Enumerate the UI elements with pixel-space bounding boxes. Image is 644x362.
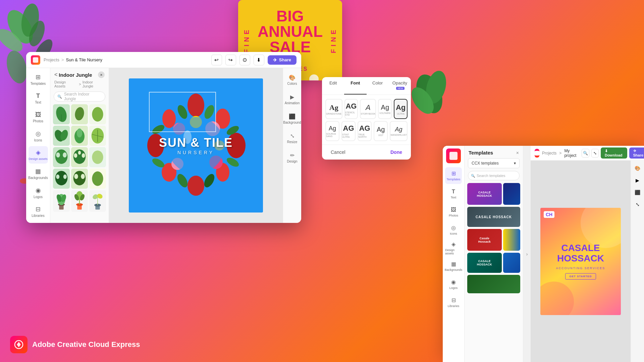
accessibility-button[interactable]: ⊙ bbox=[239, 55, 250, 65]
asset-item[interactable] bbox=[89, 104, 106, 124]
bottom-branding: Adobe Creative Cloud Express bbox=[10, 336, 140, 353]
asset-item[interactable] bbox=[89, 190, 106, 212]
sidebar-item-design-assets[interactable]: ◈ Design assets bbox=[29, 146, 48, 164]
asset-item[interactable] bbox=[89, 126, 106, 146]
font-vist[interactable]: Ag VIST bbox=[374, 121, 388, 141]
resize-tool[interactable]: ⤡ Resize bbox=[282, 129, 301, 147]
sidebar-item-photos[interactable]: 🖼 Photos bbox=[29, 109, 48, 126]
font-grindstone[interactable]: Ag GRINDSTONE bbox=[325, 99, 342, 119]
canvas-area[interactable]: SUN & TILE NURSERY bbox=[109, 68, 283, 223]
done-button[interactable]: Done bbox=[386, 147, 406, 157]
asset-item[interactable] bbox=[53, 169, 70, 189]
redo-button[interactable]: ↪ bbox=[225, 55, 236, 65]
preview-animation-btn[interactable]: ▶ bbox=[633, 175, 643, 185]
asset-item[interactable] bbox=[71, 126, 88, 146]
preview-download-btn[interactable]: ⬇ Download bbox=[601, 147, 627, 159]
preview-search-btn[interactable]: 🔍 bbox=[582, 149, 589, 158]
sidebar-item-libraries[interactable]: ⊟ Libraries bbox=[29, 203, 48, 220]
preview-share-btn[interactable]: ✈ Share bbox=[629, 147, 644, 159]
templates-sidebar-photos[interactable]: 🖼 Photos bbox=[445, 203, 462, 220]
svg-point-37 bbox=[63, 175, 67, 179]
font-stint-ultra[interactable]: AG STINT ULTRA bbox=[341, 121, 356, 141]
font-stencil[interactable]: AG STENCIL STD bbox=[344, 99, 358, 119]
preview-canvas-area[interactable]: CH CASALE HOSSACK ACCOUNTING SERVICES GE… bbox=[531, 161, 631, 362]
templates-close-button[interactable]: × bbox=[516, 150, 519, 156]
templates-left-sidebar: ⊞ Templates T Text 🖼 Photos ◎ Icons ◈ De… bbox=[443, 146, 465, 362]
sidebar-item-text[interactable]: T Text bbox=[29, 89, 48, 107]
templates-sidebar-logos[interactable]: ◉ Logos bbox=[445, 276, 462, 293]
asset-item[interactable] bbox=[71, 169, 88, 189]
logos-icon: ◉ bbox=[36, 187, 41, 194]
asset-item[interactable] bbox=[71, 190, 88, 212]
preview-zoom-btn[interactable]: ⤡ bbox=[591, 149, 599, 158]
template-thumb-7[interactable] bbox=[467, 275, 520, 293]
sidebar-item-backgrounds[interactable]: ▦ Backgrounds bbox=[29, 165, 48, 182]
preview-colors-btn[interactable]: 🎨 bbox=[633, 163, 643, 173]
templates-arrow-icon: › bbox=[526, 251, 528, 257]
tab-color[interactable]: Color bbox=[367, 77, 389, 95]
template-thumb-1[interactable]: CASALEHOSSACK bbox=[467, 183, 502, 205]
asset-item[interactable] bbox=[53, 190, 70, 212]
font-ultra[interactable]: Ag ULTRA bbox=[394, 99, 408, 119]
sale-side-right: FINE bbox=[330, 27, 337, 53]
templates-sidebar-templates[interactable]: ⊞ Templates bbox=[445, 167, 462, 184]
template-thumb-2[interactable] bbox=[503, 183, 520, 205]
sidebar-item-logos[interactable]: ◉ Logos bbox=[29, 184, 48, 201]
templates-dropdown[interactable]: CCX templates ▾ bbox=[468, 158, 520, 168]
templates-search[interactable]: 🔍 Search templates bbox=[468, 171, 520, 180]
panel-close-button[interactable]: × bbox=[98, 71, 105, 78]
asset-item[interactable] bbox=[53, 104, 70, 124]
undo-button[interactable]: ↩ bbox=[211, 55, 222, 65]
share-button[interactable]: ✈ Share bbox=[268, 55, 297, 65]
template-thumb-6b[interactable] bbox=[503, 253, 520, 273]
svg-point-32 bbox=[82, 153, 85, 158]
asset-item[interactable] bbox=[89, 169, 106, 189]
template-thumb-4[interactable]: CasaleHossack bbox=[467, 229, 502, 251]
asset-item[interactable] bbox=[53, 126, 70, 146]
templates-sidebar-design-assets[interactable]: ◈ Design assets bbox=[445, 240, 462, 256]
template-thumb-5[interactable] bbox=[503, 229, 520, 251]
templates-sidebar-libraries[interactable]: ⊟ Libraries bbox=[445, 294, 462, 311]
design-tool[interactable]: ✏ Design bbox=[282, 148, 301, 167]
svg-point-39 bbox=[74, 174, 78, 179]
templates-sidebar-text[interactable]: T Text bbox=[445, 185, 462, 202]
template-thumb-3[interactable]: CASALE HOSSACK bbox=[467, 207, 520, 227]
breadcrumb-projects[interactable]: Projects bbox=[44, 57, 59, 62]
sidebar-item-templates[interactable]: ⊞ Templates bbox=[29, 71, 48, 88]
tab-edit[interactable]: Edit bbox=[322, 77, 344, 95]
font-voltaire[interactable]: Ag VOLTAIRE bbox=[378, 99, 392, 119]
templates-sidebar-icons[interactable]: ◎ Icons bbox=[445, 222, 462, 238]
svg-point-33 bbox=[78, 151, 81, 155]
templates-text-icon: T bbox=[452, 189, 455, 195]
font-true-north[interactable]: AG TRUE NORTH bbox=[358, 121, 372, 141]
font-wanderlust[interactable]: Ag WANDERLUST bbox=[390, 121, 408, 141]
sale-big-text: BIG ANNUAL SALE bbox=[258, 8, 323, 55]
sidebar-item-icons[interactable]: ◎ Icons bbox=[29, 127, 48, 145]
template-thumb-6[interactable]: CASALEHOSSACK bbox=[467, 253, 502, 273]
asset-item[interactable] bbox=[71, 104, 88, 124]
panel-search[interactable]: 🔍 Search Indoor Jungle bbox=[54, 92, 105, 102]
background-tool[interactable]: ⬛ Background bbox=[282, 110, 301, 128]
panel-back-button[interactable]: < bbox=[54, 72, 57, 78]
templates-sidebar-backgrounds[interactable]: ▦ Backgrounds bbox=[445, 258, 462, 275]
asset-item[interactable] bbox=[53, 147, 70, 167]
templates-icons-icon: ◎ bbox=[451, 225, 456, 231]
preview-background-btn[interactable]: ⬛ bbox=[633, 187, 643, 197]
editor-window: Projects > Sun & Tile Nursery ↩ ↪ ⊙ ⬇ ✈ … bbox=[26, 52, 301, 223]
colors-tool[interactable]: 🎨 Colors bbox=[282, 71, 301, 89]
preview-projects-link[interactable]: Projects bbox=[542, 151, 556, 156]
svg-point-18 bbox=[74, 106, 85, 121]
templates-next-arrow[interactable]: › bbox=[523, 146, 531, 362]
tab-font[interactable]: Font bbox=[344, 77, 366, 95]
font-source-sans[interactable]: Ag SOURCE SANS bbox=[325, 121, 339, 141]
preview-resize-btn[interactable]: ⤡ bbox=[633, 199, 643, 209]
tab-opacity[interactable]: Opacity NEW bbox=[389, 77, 411, 95]
download-button[interactable]: ⬇ bbox=[254, 55, 264, 65]
svg-point-63 bbox=[187, 176, 204, 196]
font-storybook[interactable]: A STORYBOOK bbox=[360, 99, 376, 119]
animation-tool[interactable]: ▶ Animation bbox=[282, 90, 301, 108]
asset-item[interactable] bbox=[71, 147, 88, 167]
preview-cta[interactable]: GET STARTED bbox=[565, 273, 596, 280]
asset-item[interactable] bbox=[89, 147, 106, 167]
cancel-button[interactable]: Cancel bbox=[327, 147, 350, 157]
